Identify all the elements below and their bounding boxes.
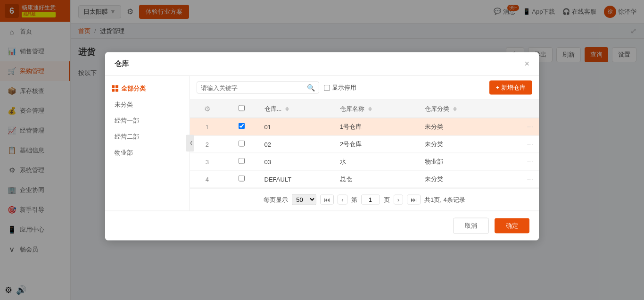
category-panel: 《 全部分类 未分类 经营一部 经营二部 物业部 xyxy=(105,76,190,211)
show-disabled-label: 显示停用 xyxy=(332,83,356,92)
table-row[interactable]: 2 02 2号仓库 未分类 ··· xyxy=(190,135,539,153)
warehouse-table-wrap: ⚙ 仓库... 仓库名称 xyxy=(190,100,539,188)
page-next-btn[interactable]: › xyxy=(394,195,403,205)
col-settings[interactable]: ⚙ xyxy=(190,100,224,118)
add-warehouse-button[interactable]: + 新增仓库 xyxy=(489,81,532,95)
row-index: 1 xyxy=(190,118,224,135)
table-row[interactable]: 4 DEFAULT 总仓 未分类 ··· xyxy=(190,170,539,188)
show-disabled-checkbox[interactable] xyxy=(324,84,330,91)
page-label: 第 xyxy=(351,195,357,204)
row-check[interactable] xyxy=(224,135,259,153)
confirm-button[interactable]: 确定 xyxy=(495,218,529,233)
row-name: 总仓 xyxy=(334,170,419,188)
category-collapse-btn[interactable]: 《 xyxy=(186,135,194,152)
search-input-wrap: 🔍 xyxy=(197,82,319,94)
row-check[interactable] xyxy=(224,170,259,188)
sort-code-icon[interactable] xyxy=(285,107,289,111)
row-actions[interactable]: ··· xyxy=(504,170,539,188)
row-category: 未分类 xyxy=(419,135,504,153)
chevron-left-icon: 《 xyxy=(188,140,192,147)
row-checkbox[interactable] xyxy=(239,175,245,182)
cancel-button[interactable]: 取消 xyxy=(453,218,489,234)
pagination: 每页显示 50 10 20 100 ⏮ ‹ 第 页 › ⏭ 共1页, 4条记录 xyxy=(190,188,539,211)
table-row[interactable]: 1 01 1号仓库 未分类 ··· xyxy=(190,118,539,135)
modal-header: 仓库 × xyxy=(105,52,539,76)
category-item-dept1[interactable]: 经营一部 xyxy=(105,113,190,129)
grid-icon xyxy=(112,85,118,92)
modal-body: 《 全部分类 未分类 经营一部 经营二部 物业部 🔍 xyxy=(105,76,539,211)
row-code: 01 xyxy=(259,118,334,135)
page-prev-btn[interactable]: ‹ xyxy=(338,195,347,205)
warehouse-modal: 仓库 × 《 全部分类 未分类 经营一部 经营二部 物业部 xyxy=(105,52,539,241)
row-category: 未分类 xyxy=(419,118,504,135)
modal-title: 仓库 xyxy=(115,59,129,68)
all-category-item[interactable]: 全部分类 xyxy=(105,81,190,97)
total-info: 共1页, 4条记录 xyxy=(424,195,465,204)
row-actions[interactable]: ··· xyxy=(504,118,539,135)
row-checkbox[interactable] xyxy=(239,158,245,164)
sort-name-icon[interactable] xyxy=(368,107,372,111)
row-checkbox[interactable] xyxy=(239,123,245,129)
row-check[interactable] xyxy=(224,153,259,170)
content-panel: 🔍 显示停用 + 新增仓库 ⚙ 仓库... xyxy=(190,76,539,211)
page-first-btn[interactable]: ⏮ xyxy=(320,195,334,205)
row-index: 2 xyxy=(190,135,224,153)
search-input[interactable] xyxy=(201,84,307,91)
col-category: 仓库分类 xyxy=(419,100,504,118)
row-name: 1号仓库 xyxy=(334,118,419,135)
row-code: DEFAULT xyxy=(259,170,334,188)
row-actions[interactable]: ··· xyxy=(504,135,539,153)
row-checkbox[interactable] xyxy=(239,141,245,147)
per-page-label: 每页显示 xyxy=(264,195,288,204)
row-category: 未分类 xyxy=(419,170,504,188)
page-last-btn[interactable]: ⏭ xyxy=(407,195,421,205)
all-category-label: 全部分类 xyxy=(121,84,146,93)
row-actions[interactable]: ··· xyxy=(504,153,539,170)
table-row[interactable]: 3 03 水 物业部 ··· xyxy=(190,153,539,170)
modal-footer: 取消 确定 xyxy=(105,211,539,241)
per-page-select[interactable]: 50 10 20 100 xyxy=(292,194,316,205)
page-suffix: 页 xyxy=(384,195,390,204)
row-name: 2号仓库 xyxy=(334,135,419,153)
show-disabled-checkbox-wrap[interactable]: 显示停用 xyxy=(324,83,356,92)
row-index: 4 xyxy=(190,170,224,188)
category-item-dept2[interactable]: 经营二部 xyxy=(105,129,190,145)
search-icon[interactable]: 🔍 xyxy=(307,84,315,92)
col-name: 仓库名称 xyxy=(334,100,419,118)
row-code: 02 xyxy=(259,135,334,153)
row-code: 03 xyxy=(259,153,334,170)
content-toolbar: 🔍 显示停用 + 新增仓库 xyxy=(190,76,539,100)
warehouse-table: ⚙ 仓库... 仓库名称 xyxy=(190,100,539,188)
select-all-checkbox[interactable] xyxy=(239,105,245,111)
row-index: 3 xyxy=(190,153,224,170)
col-actions xyxy=(504,100,539,118)
col-check[interactable] xyxy=(224,100,259,118)
row-name: 水 xyxy=(334,153,419,170)
page-number-input[interactable] xyxy=(361,195,380,205)
category-item-property[interactable]: 物业部 xyxy=(105,145,190,161)
col-code: 仓库... xyxy=(259,100,334,118)
category-item-unclassified[interactable]: 未分类 xyxy=(105,97,190,113)
row-category: 物业部 xyxy=(419,153,504,170)
row-check[interactable] xyxy=(224,118,259,135)
modal-close-button[interactable]: × xyxy=(524,59,529,69)
sort-category-icon[interactable] xyxy=(453,107,457,111)
